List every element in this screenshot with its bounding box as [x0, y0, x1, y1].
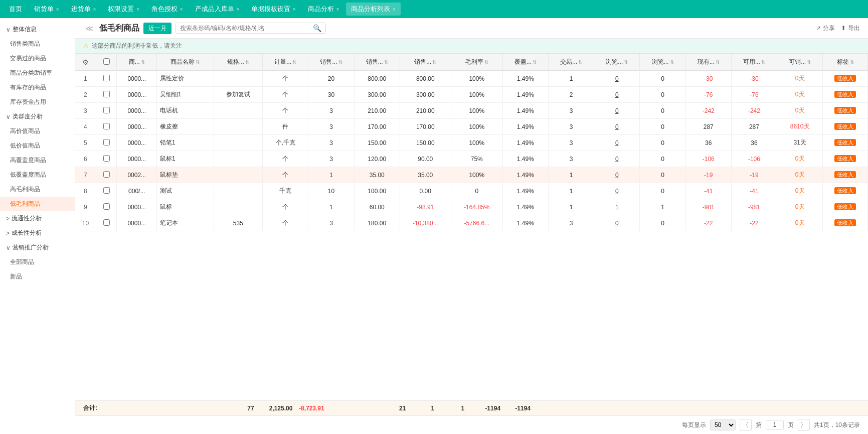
sidebar-item-低价值商品[interactable]: 低价值商品	[0, 138, 75, 153]
cell-tag[interactable]: 低收入	[823, 183, 868, 199]
sidebar-collapse-button[interactable]: ≪	[83, 22, 95, 34]
nav-close-icon[interactable]: ×	[55, 7, 59, 12]
cell-checkbox[interactable]	[96, 87, 117, 103]
cell-tag[interactable]: 低收入	[823, 135, 868, 151]
col-header-gross_rate[interactable]: 毛利率⇅	[451, 54, 502, 71]
cell-view1[interactable]: 0	[594, 167, 640, 183]
row-checkbox[interactable]	[103, 107, 110, 113]
col-header-saleable[interactable]: 可销...⇅	[777, 54, 823, 71]
sidebar-item-低毛利商品[interactable]: 低毛利商品	[0, 197, 75, 211]
sidebar-group-成长性分析[interactable]: >成长性分析	[0, 226, 75, 240]
sidebar-group-营销推广分析[interactable]: ∨营销推广分析	[0, 240, 75, 255]
view-link[interactable]: 0	[615, 220, 619, 227]
col-header-view1[interactable]: 浏览...⇅	[594, 54, 640, 71]
cell-tag[interactable]: 低收入	[823, 167, 868, 183]
col-header-unit[interactable]: 计量...⇅	[263, 54, 308, 71]
cell-view1[interactable]: 0	[594, 135, 640, 151]
next-page-button[interactable]: 〉	[798, 419, 810, 431]
cell-checkbox[interactable]	[96, 103, 117, 119]
sidebar-item-商品分类助销率[interactable]: 商品分类助销率	[0, 66, 75, 80]
cell-view1[interactable]: 0	[594, 71, 640, 87]
view-link[interactable]: 0	[615, 188, 619, 195]
settings-icon[interactable]: ⚙	[82, 58, 89, 66]
col-header-transaction[interactable]: 交易...⇅	[548, 54, 594, 71]
view-link[interactable]: 0	[615, 75, 619, 82]
col-header-available[interactable]: 可用...⇅	[731, 54, 777, 71]
nav-close-icon[interactable]: ×	[92, 7, 96, 12]
page-input[interactable]	[766, 420, 784, 430]
view-link[interactable]: 0	[615, 123, 619, 130]
row-checkbox[interactable]	[103, 91, 110, 97]
row-checkbox[interactable]	[103, 203, 110, 210]
nav-item-首页[interactable]: 首页	[4, 3, 27, 16]
row-checkbox[interactable]	[103, 171, 110, 178]
sidebar-item-高覆盖度商品[interactable]: 高覆盖度商品	[0, 153, 75, 168]
sidebar-item-库存资金占用[interactable]: 库存资金占用	[0, 95, 75, 109]
per-page-select[interactable]: 50 20 100	[710, 419, 736, 430]
nav-item-商品分析[interactable]: 商品分析 ×	[303, 3, 344, 16]
view-link[interactable]: 1	[615, 204, 619, 211]
col-header-sales_qty[interactable]: 销售...⇅	[308, 54, 354, 71]
cell-tag[interactable]: 低收入	[823, 103, 868, 119]
nav-item-销货单[interactable]: 销货单 ×	[29, 3, 64, 16]
row-checkbox[interactable]	[103, 155, 110, 162]
sidebar-item-全部商品[interactable]: 全部商品	[0, 255, 75, 269]
nav-item-角色授权[interactable]: 角色授权 ×	[146, 3, 188, 16]
cell-tag[interactable]: 低收入	[823, 87, 868, 103]
sidebar-item-高毛利商品[interactable]: 高毛利商品	[0, 182, 75, 197]
row-checkbox[interactable]	[103, 75, 110, 81]
cell-checkbox[interactable]	[96, 215, 117, 231]
nav-close-icon[interactable]: ×	[179, 7, 183, 12]
cell-view1[interactable]: 0	[594, 87, 640, 103]
search-input[interactable]	[180, 25, 313, 32]
sidebar-item-销售类商品[interactable]: 销售类商品	[0, 37, 75, 51]
cell-tag[interactable]: 低收入	[823, 215, 868, 231]
nav-item-进货单[interactable]: 进货单 ×	[66, 3, 101, 16]
sidebar-item-新品[interactable]: 新品	[0, 269, 75, 284]
row-checkbox[interactable]	[103, 123, 110, 129]
cell-view1[interactable]: 0	[594, 215, 640, 231]
date-filter-button[interactable]: 近一月	[143, 23, 171, 34]
sidebar-item-高价值商品[interactable]: 高价值商品	[0, 124, 75, 138]
cell-checkbox[interactable]	[96, 167, 117, 183]
nav-item-权限设置[interactable]: 权限设置 ×	[103, 3, 144, 16]
cell-checkbox[interactable]	[96, 135, 117, 151]
select-all-checkbox[interactable]	[103, 58, 110, 65]
sidebar-group-整体信息[interactable]: ∨整体信息	[0, 22, 75, 37]
row-checkbox[interactable]	[103, 219, 110, 226]
nav-close-icon[interactable]: ×	[235, 7, 240, 12]
nav-close-icon[interactable]: ×	[335, 7, 339, 12]
col-header-spec[interactable]: 规格...⇅	[214, 54, 263, 71]
cell-checkbox[interactable]	[96, 199, 117, 215]
sidebar-item-交易过的商品[interactable]: 交易过的商品	[0, 51, 75, 66]
cell-tag[interactable]: 低收入	[823, 71, 868, 87]
view-link[interactable]: 0	[615, 172, 619, 179]
col-header-sales_price[interactable]: 销售...⇅	[354, 54, 400, 71]
cell-tag[interactable]: 低收入	[823, 151, 868, 167]
export-button[interactable]: ⬆ 导出	[841, 24, 860, 33]
search-icon[interactable]: 🔍	[313, 24, 321, 32]
cell-view1[interactable]: 0	[594, 183, 640, 199]
prev-page-button[interactable]: 〈	[740, 419, 752, 431]
view-link[interactable]: 0	[615, 156, 619, 163]
share-button[interactable]: ↗ 分享	[816, 24, 835, 33]
nav-close-icon[interactable]: ×	[391, 7, 396, 12]
sidebar-group-流通性分析[interactable]: >流通性分析	[0, 211, 75, 226]
cell-tag[interactable]: 低收入	[823, 199, 868, 215]
col-header-coverage[interactable]: 覆盖...⇅	[502, 54, 548, 71]
sidebar-item-有库存的商品[interactable]: 有库存的商品	[0, 80, 75, 95]
col-header-sales_profit[interactable]: 销售...⇅	[400, 54, 451, 71]
nav-close-icon[interactable]: ×	[135, 7, 139, 12]
view-link[interactable]: 0	[615, 107, 619, 114]
col-header-tag[interactable]: 标签⇅	[823, 54, 868, 71]
col-header-view2[interactable]: 浏览...⇅	[640, 54, 685, 71]
row-checkbox[interactable]	[103, 139, 110, 146]
nav-item-商品分析列表[interactable]: 商品分析列表 ×	[346, 3, 401, 16]
nav-item-单据模板设置[interactable]: 单据模板设置 ×	[246, 3, 301, 16]
cell-checkbox[interactable]	[96, 71, 117, 87]
cell-checkbox[interactable]	[96, 151, 117, 167]
cell-tag[interactable]: 低收入	[823, 119, 868, 135]
col-header-current[interactable]: 现有...⇅	[685, 54, 731, 71]
view-link[interactable]: 0	[615, 139, 619, 147]
cell-view1[interactable]: 0	[594, 151, 640, 167]
